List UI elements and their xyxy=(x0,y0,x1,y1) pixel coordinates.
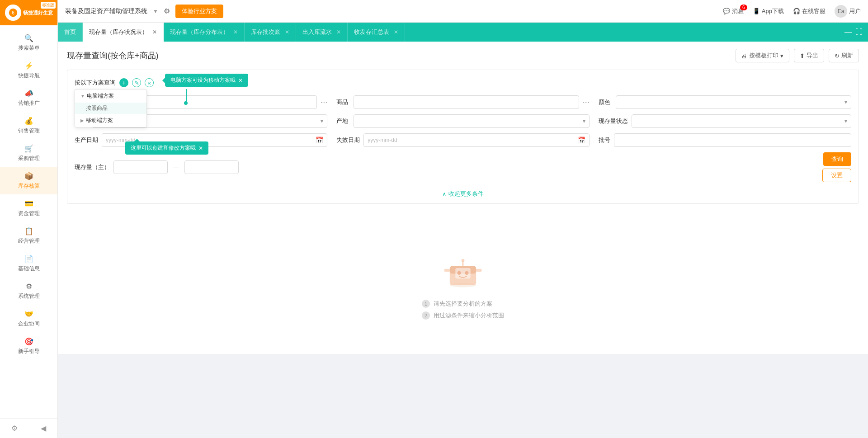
page-title: 现存量查询(按仓库+商品) xyxy=(67,50,159,61)
sidebar-nav: 🔍 搜索菜单 ⚡ 快捷导航 📣 营销推广 💰 销售管理 🛒 采购管理 📦 库存核… xyxy=(0,25,57,418)
filter-grid-row1: 仓库 ··· 商品 ··· 颜色 ▾ xyxy=(75,95,851,109)
sidebar-footer: ⚙ ◀ xyxy=(0,418,57,438)
empty-tips: 1 请先选择要分析的方案 2 用过滤条件来缩小分析范围 xyxy=(422,300,504,320)
tab-inventory-status[interactable]: 现存量（库存状况表） ✕ xyxy=(83,23,164,42)
collab-icon: 🤝 xyxy=(24,309,33,318)
tab-batch-account[interactable]: 库存批次账 ✕ xyxy=(245,23,296,42)
sidebar-item-search[interactable]: 🔍 搜索菜单 xyxy=(0,29,57,57)
top-header: 装备及固定资产辅助管理系统 ▼ ⚙ 体验行业方案 💬 消息 6 📱 App下载 … xyxy=(58,0,868,23)
tab-summary[interactable]: 收发存汇总表 ✕ xyxy=(348,23,405,42)
scheme-group-header-mobile[interactable]: ▶ 移动端方案 xyxy=(75,114,146,127)
qty-start-input[interactable] xyxy=(113,160,168,174)
filter-edit-scheme-button[interactable]: ✎ xyxy=(132,78,141,87)
export-button[interactable]: ⬆ 导出 xyxy=(794,49,824,62)
system-dropdown-icon[interactable]: ▼ xyxy=(153,8,158,14)
message-button[interactable]: 💬 消息 6 xyxy=(723,7,744,15)
user-profile[interactable]: Ea 用户 xyxy=(835,5,861,18)
sidebar-item-collab[interactable]: 🤝 企业协同 xyxy=(0,305,57,332)
tooltip2-close-icon[interactable]: ✕ xyxy=(198,145,203,151)
search-buttons: 查询 设置 xyxy=(822,152,851,182)
mobile-icon: 📱 xyxy=(753,8,760,14)
origin-select[interactable]: ▾ xyxy=(354,114,589,128)
filter-field-product: 商品 ··· xyxy=(336,95,589,109)
collapse-sidebar-icon[interactable]: ◀ xyxy=(41,424,46,433)
svg-point-7 xyxy=(465,271,468,275)
app-download-button[interactable]: 📱 App下载 xyxy=(753,7,784,15)
query-button[interactable]: 查询 xyxy=(823,152,851,166)
inventory-icon: 📦 xyxy=(24,171,33,180)
export-icon: ⬆ xyxy=(800,52,805,59)
online-support-button[interactable]: 🎧 在线客服 xyxy=(793,7,826,15)
tab-inventory-dist[interactable]: 现存量（库存分布表） ✕ xyxy=(164,23,245,42)
filter-collapse-row: ∧ 收起更多条件 xyxy=(75,186,851,198)
app-badge: 标准版 xyxy=(41,2,56,9)
settings-footer-icon[interactable]: ⚙ xyxy=(11,424,18,433)
sidebar-item-basic-info[interactable]: 📄 基础信息 xyxy=(0,250,57,277)
tab-minimize-icon[interactable]: — xyxy=(844,28,852,36)
main-content: 装备及固定资产辅助管理系统 ▼ ⚙ 体验行业方案 💬 消息 6 📱 App下载 … xyxy=(58,0,868,438)
scheme-dropdown: ▼ 电脑端方案 按照商品 ▶ 移动端方案 xyxy=(75,89,147,127)
prod-date-calendar-icon: 📅 xyxy=(316,137,323,144)
edit-tooltip-arrow xyxy=(134,139,140,141)
tab-close-inout-flow[interactable]: ✕ xyxy=(336,29,341,35)
product-more-icon[interactable]: ··· xyxy=(583,98,590,107)
filter-add-scheme-button[interactable]: + xyxy=(119,78,128,87)
page-content: 现存量查询(按仓库+商品) 🖨 按模板打印 ▾ ⬆ 导出 ↻ 刷新 xyxy=(58,42,868,438)
product-input[interactable] xyxy=(354,95,579,109)
print-button[interactable]: 🖨 按模板打印 ▾ xyxy=(736,49,789,62)
tab-close-inventory-status[interactable]: ✕ xyxy=(152,29,157,35)
sidebar-item-system[interactable]: ⚙ 系统管理 xyxy=(0,277,57,305)
headset-icon: 🎧 xyxy=(793,8,800,14)
reset-button[interactable]: 设置 xyxy=(822,169,851,182)
refresh-button[interactable]: ↻ 刷新 xyxy=(829,49,859,62)
tab-expand-icon[interactable]: ⛶ xyxy=(855,28,863,36)
system-title: 装备及固定资产辅助管理系统 xyxy=(65,7,147,15)
sidebar-item-sales[interactable]: 💰 销售管理 xyxy=(0,112,57,139)
guide-icon: 🎯 xyxy=(24,337,33,346)
settings-gear-icon[interactable]: ⚙ xyxy=(164,7,170,15)
filter-back-button[interactable]: « xyxy=(145,78,154,87)
inventory-status-select[interactable]: ▾ xyxy=(632,114,851,128)
empty-tip-2: 2 用过滤条件来缩小分析范围 xyxy=(422,311,504,320)
collapse-icon: ▼ xyxy=(80,94,85,99)
exp-date-input[interactable]: yyyy-mm-dd 📅 xyxy=(363,133,589,147)
collapse-button[interactable]: ∧ 收起更多条件 xyxy=(442,190,484,198)
empty-state: 1 请先选择要分析的方案 2 用过滤条件来缩小分析范围 xyxy=(67,209,859,347)
edit-scheme-tooltip: 这里可以创建和修改方案哦 ✕ xyxy=(125,141,208,155)
refresh-icon: ↻ xyxy=(835,52,840,59)
warehouse-more-icon[interactable]: ··· xyxy=(321,98,327,107)
sidebar-item-purchase[interactable]: 🛒 采购管理 xyxy=(0,139,57,167)
svg-rect-11 xyxy=(476,269,481,272)
scheme-group-header-desktop[interactable]: ▼ 电脑端方案 xyxy=(75,89,146,103)
scheme-item-by-goods[interactable]: 按照商品 xyxy=(75,103,146,114)
operations-icon: 📋 xyxy=(24,226,33,235)
sidebar-item-operations[interactable]: 📋 经营管理 xyxy=(0,222,57,250)
batch-input[interactable] xyxy=(614,133,851,147)
tab-inout-flow[interactable]: 出入库流水 ✕ xyxy=(296,23,348,42)
size-dropdown-icon: ▾ xyxy=(321,118,323,124)
message-badge: 6 xyxy=(740,5,747,10)
industry-solution-button[interactable]: 体验行业方案 xyxy=(175,5,223,18)
sidebar-item-guide[interactable]: 🎯 新手引导 xyxy=(0,332,57,360)
tab-close-summary[interactable]: ✕ xyxy=(394,29,398,35)
finance-icon: 💳 xyxy=(24,199,33,208)
tab-close-inventory-dist[interactable]: ✕ xyxy=(233,29,238,35)
tab-close-batch-account[interactable]: ✕ xyxy=(285,29,289,35)
tooltip1-close-icon[interactable]: ✕ xyxy=(238,77,243,84)
svg-text:6: 6 xyxy=(12,10,14,15)
basic-info-icon: 📄 xyxy=(24,254,33,263)
sidebar-item-inventory[interactable]: 📦 库存核算 xyxy=(0,167,57,194)
tip-num-1: 1 xyxy=(422,300,430,308)
tab-home[interactable]: 首页 xyxy=(58,23,83,42)
empty-tip-1: 1 请先选择要分析的方案 xyxy=(422,300,504,308)
sidebar-item-marketing[interactable]: 📣 营销推广 xyxy=(0,84,57,112)
page-actions: 🖨 按模板打印 ▾ ⬆ 导出 ↻ 刷新 xyxy=(736,49,859,62)
qty-range-sep: — xyxy=(171,164,181,171)
sidebar-item-quicknav[interactable]: ⚡ 快捷导航 xyxy=(0,57,57,84)
filter-grid-row4: 现存量（主） — 查询 设置 xyxy=(75,152,851,182)
qty-end-input[interactable] xyxy=(184,160,239,174)
sales-icon: 💰 xyxy=(24,116,33,125)
tooltip-connector-line xyxy=(186,89,187,102)
sidebar-item-finance[interactable]: 💳 资金管理 xyxy=(0,194,57,222)
color-select[interactable]: ▾ xyxy=(616,95,851,109)
